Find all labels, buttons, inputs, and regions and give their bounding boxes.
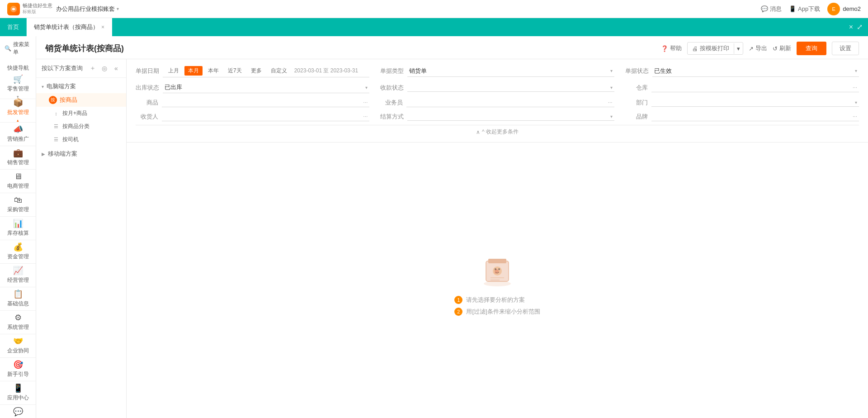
sidebar-item-apps[interactable]: 📱 应用中心 [0, 381, 36, 405]
workspace-selector[interactable]: 办公用品行业模拟账套 ▾ [56, 5, 119, 13]
sidebar-item-marketing[interactable]: 📣 营销推广 [0, 123, 36, 146]
date-tab-more[interactable]: 更多 [247, 66, 265, 76]
date-tab-this-year[interactable]: 本年 [204, 66, 222, 76]
logo-text-area: 畅捷信好生意 标账版 [23, 3, 52, 15]
product-label: 商品 [136, 99, 162, 107]
tab-sales-stats-label: 销货单统计表（按商品） [34, 23, 99, 31]
tree-group-label: 电脑端方案 [47, 82, 76, 90]
sidebar-item-wholesale[interactable]: 📦 批发管理 ▴ [0, 99, 36, 123]
tree-group-desktop-header[interactable]: ▾ 电脑端方案 [36, 80, 126, 93]
help-label: 帮助 [670, 44, 682, 52]
messages-btn[interactable]: 💬 消息 [761, 5, 782, 13]
sidebar-item-system[interactable]: ⚙ 系统管理 [0, 311, 36, 334]
date-tab-last-month[interactable]: 上月 [165, 66, 183, 76]
collapse-bar[interactable]: ∧ ^ 收起更多条件 [136, 125, 859, 138]
tree-sub-month-product-label: 按月+商品 [62, 109, 87, 117]
lp-settings-btn[interactable]: ◎ [100, 64, 109, 73]
sidebar-item-wechat[interactable]: 💬 企业微信 [0, 405, 36, 418]
tree-sub-month-product[interactable]: ↕ 按月+商品 [36, 107, 126, 120]
bill-type-filter: 单据类型 销货单 ▾ [380, 66, 614, 77]
tab-close-all-btn[interactable]: × [849, 24, 853, 31]
tree-sub-product-category[interactable]: ☰ 按商品分类 [36, 120, 126, 133]
add-icon: ＋ [90, 64, 96, 72]
sidebar-item-inventory[interactable]: 📊 库存核算 [0, 217, 36, 240]
staff-control[interactable]: ··· [406, 98, 614, 107]
sidebar-item-retail[interactable]: 🛒 零售管理 ▾ [0, 76, 36, 99]
sidebar-item-purchase[interactable]: 🛍 采购管理 [0, 193, 36, 217]
search-icon: 🔍 [5, 45, 11, 52]
export-btn[interactable]: ↗ 导出 [749, 44, 767, 52]
app-download-btn[interactable]: 📱 App下载 [789, 5, 820, 13]
brand-control[interactable]: ··· [651, 112, 859, 121]
print-btn[interactable]: 🖨 按模板打印 [688, 43, 734, 54]
settings-circle-icon: ◎ [102, 65, 107, 72]
tab-expand-btn[interactable]: ⤢ [857, 24, 863, 31]
purchase-label: 采购管理 [7, 206, 29, 214]
query-btn[interactable]: 查询 [797, 42, 826, 55]
help-icon: ❓ [661, 45, 668, 52]
tree-sub-printer-label: 按司机 [62, 136, 79, 143]
print-label: 按模板打印 [700, 44, 729, 52]
content-area: 销货单统计表(按商品) ❓ 帮助 🖨 按模板打印 ▾ ↗ 导出 [36, 36, 868, 418]
date-tab-this-month[interactable]: 本月 [184, 66, 203, 76]
sidebar-item-finance[interactable]: 💰 资金管理 [0, 240, 36, 264]
receipt-status-control[interactable]: ▾ [407, 84, 614, 92]
out-status-control[interactable]: 已出库 ▾ [163, 82, 369, 93]
date-tab-custom[interactable]: 自定义 [267, 66, 291, 76]
ecommerce-label: 电商管理 [7, 182, 29, 190]
tip-text-2: 用[过滤]条件来缩小分析范围 [466, 308, 540, 316]
user-area[interactable]: E demo2 [827, 3, 861, 15]
staff-dots[interactable]: ··· [608, 99, 613, 105]
department-control[interactable]: ▾ [651, 99, 859, 107]
sidebar-item-sales[interactable]: 💼 销售管理 [0, 146, 36, 170]
svg-point-6 [498, 268, 500, 270]
collapse-left-icon: « [114, 65, 118, 72]
empty-state: 1 请先选择要分析的方案 2 用[过滤]条件来缩小分析范围 [127, 142, 868, 418]
settings-btn[interactable]: 设置 [832, 42, 859, 55]
recipient-dots[interactable]: ··· [363, 113, 368, 119]
sidebar: 🔍 搜索菜单 快捷导航 🛒 零售管理 ▾ 📦 批发管理 ▴ 📣 营销推广 💼 销… [0, 36, 36, 418]
sidebar-item-ecommerce[interactable]: 🖥 电商管理 [0, 170, 36, 193]
sidebar-item-basic[interactable]: 📋 基础信息 [0, 287, 36, 311]
warehouse-dots[interactable]: ··· [853, 84, 857, 90]
tab-home[interactable]: 首页 [0, 18, 27, 36]
tree-item-by-product[interactable]: 按 按商品 [36, 93, 126, 107]
title-actions: ❓ 帮助 🖨 按模板打印 ▾ ↗ 导出 ↺ 刷新 [661, 42, 859, 55]
user-avatar: E [827, 3, 840, 15]
tab-sales-stats[interactable]: 销货单统计表（按商品） × [27, 18, 112, 36]
sidebar-quick-nav[interactable]: 快捷导航 [0, 61, 36, 76]
sidebar-item-operations[interactable]: 📈 经营管理 [0, 264, 36, 287]
sidebar-item-guide[interactable]: 🎯 新手引导 [0, 358, 36, 381]
lp-collapse-btn[interactable]: « [112, 64, 121, 73]
tree-group-mobile-header[interactable]: ▶ 移动端方案 [36, 147, 126, 161]
tree-sub-by-printer[interactable]: ☰ 按司机 [36, 133, 126, 146]
help-btn[interactable]: ❓ 帮助 [661, 44, 682, 52]
warehouse-control[interactable]: ··· [651, 83, 859, 92]
tab-sales-stats-close[interactable]: × [101, 24, 104, 30]
refresh-btn[interactable]: ↺ 刷新 [773, 44, 791, 52]
warehouse-filter: 仓库 ··· [625, 83, 859, 92]
messages-label: 消息 [770, 5, 782, 13]
bill-status-control[interactable]: 已生效 ▾ [652, 66, 859, 77]
payment-control[interactable]: ▾ [407, 113, 614, 121]
print-dropdown-btn[interactable]: ▾ [734, 43, 743, 54]
tree-group-arrow: ▾ [42, 84, 44, 89]
product-dots[interactable]: ··· [363, 99, 368, 105]
bill-type-control[interactable]: 销货单 ▾ [407, 66, 614, 77]
brand-dots[interactable]: ··· [853, 113, 857, 119]
sidebar-search-btn[interactable]: 🔍 搜索菜单 [0, 36, 36, 61]
tab-bar: 首页 销货单统计表（按商品） × × ⤢ [0, 18, 868, 36]
filter-section: 单据日期 上月 本月 本年 近7天 更多 自定义 2023-03-01 至 20… [127, 59, 868, 142]
tree-group-mobile-label: 移动端方案 [48, 150, 77, 158]
recipient-control[interactable]: ··· [162, 112, 369, 121]
sidebar-item-enterprise[interactable]: 🤝 企业协同 [0, 334, 36, 358]
tab-home-label: 首页 [7, 23, 19, 31]
product-control[interactable]: ··· [162, 98, 369, 107]
header-right: 💬 消息 📱 App下载 E demo2 [761, 3, 861, 15]
finance-icon: 💰 [13, 243, 23, 251]
lp-add-btn[interactable]: ＋ [88, 64, 97, 73]
date-tab-7days[interactable]: 近7天 [224, 66, 245, 76]
empty-tip-2: 2 用[过滤]条件来缩小分析范围 [454, 308, 540, 316]
message-icon: 💬 [761, 5, 768, 12]
top-header: 畅捷信好生意 标账版 办公用品行业模拟账套 ▾ 💬 消息 📱 App下载 E d… [0, 0, 868, 18]
